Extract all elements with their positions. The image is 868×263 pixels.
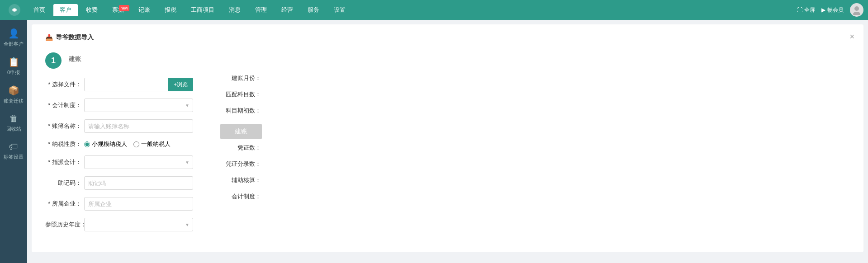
- nav-settings[interactable]: 设置: [327, 4, 352, 16]
- sidebar-label-trash: 回收站: [6, 126, 21, 132]
- nav-client[interactable]: 客户: [53, 4, 78, 16]
- form-left: 1 建账 * 选择文件： +浏览 * 会计制度：: [45, 51, 193, 239]
- history-year-row: 参照历史年度： ▼: [45, 218, 193, 231]
- nav-menu: 首页 客户 收费 票据 new 记账 报税 工商项目 消息 管理 经营 服务 设…: [27, 4, 797, 16]
- right-accounting-system-label: 会计制度：: [220, 193, 261, 201]
- radio-general[interactable]: 一般纳税人: [133, 140, 171, 148]
- vip-btn[interactable]: ▶ 畅会员: [821, 6, 844, 14]
- nav-manage[interactable]: 管理: [249, 4, 273, 16]
- import-icon: 📥: [45, 34, 53, 41]
- sidebar-label-migrate: 账套迁移: [4, 98, 24, 104]
- file-input[interactable]: [84, 78, 168, 91]
- right-accounting-system-row: 会计制度：: [220, 193, 365, 201]
- file-input-group: +浏览: [84, 78, 193, 91]
- radio-general-label: 一般纳税人: [141, 140, 171, 148]
- tax-type-radio-group: 小规模纳税人 一般纳税人: [84, 140, 171, 148]
- avatar[interactable]: [850, 3, 863, 17]
- sidebar: 👤 全部客户 📋 0申报 📦 账套迁移 🗑 回收站 🏷 标签设置: [0, 20, 27, 263]
- tax-type-label: * 纳税性质：: [45, 140, 81, 148]
- memo-input[interactable]: [84, 176, 193, 190]
- step-badge: 1: [45, 52, 62, 69]
- memo-row: 助记码：: [45, 176, 193, 190]
- history-year-select-wrapper: ▼: [84, 218, 193, 231]
- migrate-icon: 📦: [8, 85, 19, 96]
- svg-point-3: [853, 12, 860, 15]
- accounting-system-row: * 会计制度： ▼: [45, 99, 193, 112]
- ledger-name-input[interactable]: [84, 119, 193, 133]
- import-card: 📥 导爷数据导入 × 1 建账 * 选择文件： +浏览: [32, 24, 863, 252]
- close-button[interactable]: ×: [849, 33, 854, 41]
- nav-message[interactable]: 消息: [223, 4, 247, 16]
- ledger-name-row: * 账簿名称：: [45, 119, 193, 133]
- trash-icon: 🗑: [9, 113, 18, 124]
- month-label: 建账月份：: [220, 74, 261, 82]
- memo-label: 助记码：: [45, 179, 81, 187]
- accounting-system-select[interactable]: [84, 99, 193, 112]
- voucher-label: 凭证数：: [220, 144, 261, 152]
- sidebar-item-trash[interactable]: 🗑 回收站: [0, 110, 27, 136]
- voucher-entries-row: 凭证分录数：: [220, 160, 365, 168]
- sidebar-item-all-clients[interactable]: 👤 全部客户: [0, 24, 27, 51]
- nav-home[interactable]: 首页: [27, 4, 52, 16]
- nav-invoice[interactable]: 票据 new: [106, 4, 130, 16]
- month-row: 建账月份：: [220, 74, 365, 82]
- accounting-system-label: * 会计制度：: [45, 101, 81, 109]
- step-section: 1 建账: [45, 51, 193, 69]
- radio-small-scale-label: 小规模纳税人: [92, 140, 127, 148]
- top-right-actions: ⛶ 全屏 ▶ 畅会员: [797, 3, 863, 17]
- nav-bookkeeping[interactable]: 记账: [132, 4, 157, 16]
- accountant-label: * 指派会计：: [45, 158, 81, 166]
- history-year-select[interactable]: [84, 218, 193, 231]
- tax-type-row: * 纳税性质： 小规模纳税人 一般纳税人: [45, 140, 193, 148]
- history-year-label: 参照历史年度：: [45, 221, 81, 229]
- subject-initial-row: 科目期初数：: [220, 107, 365, 115]
- sidebar-label-all-clients: 全部客户: [4, 41, 24, 47]
- nav-operation[interactable]: 经营: [275, 4, 299, 16]
- accounting-system-select-wrapper: ▼: [84, 99, 193, 112]
- subject-initial-label: 科目期初数：: [220, 107, 261, 115]
- accountant-select[interactable]: [84, 155, 193, 169]
- content-area: 📥 导爷数据导入 × 1 建账 * 选择文件： +浏览: [27, 20, 868, 263]
- accountant-row: * 指派会计： ▼: [45, 155, 193, 169]
- svg-point-1: [13, 9, 16, 11]
- app-logo[interactable]: [5, 0, 24, 20]
- match-subjects-label: 匹配科目数：: [220, 90, 261, 99]
- form-wrapper: 1 建账 * 选择文件： +浏览 * 会计制度：: [45, 51, 850, 239]
- sidebar-label-tag: 标签设置: [4, 154, 24, 160]
- voucher-row: 凭证数：: [220, 144, 365, 152]
- svg-point-2: [854, 6, 859, 11]
- card-title: 📥 导爷数据导入: [45, 33, 850, 42]
- sidebar-label-declare: 0申报: [7, 69, 20, 76]
- nav-business[interactable]: 工商项目: [185, 4, 221, 16]
- company-label: * 所属企业：: [45, 200, 81, 208]
- form-right: 建账月份： 匹配科目数： 科目期初数： 建账 凭证数：: [220, 51, 365, 239]
- vip-label: 畅会员: [827, 6, 844, 14]
- top-navigation: 首页 客户 收费 票据 new 记账 报税 工商项目 消息 管理 经营 服务 设…: [0, 0, 868, 20]
- aux-accounting-label: 辅助核算：: [220, 176, 261, 184]
- nav-fee[interactable]: 收费: [80, 4, 104, 16]
- aux-accounting-row: 辅助核算：: [220, 176, 365, 184]
- fullscreen-label: 全屏: [804, 6, 815, 14]
- sidebar-item-declare[interactable]: 📋 0申报: [0, 53, 27, 80]
- tag-icon: 🏷: [9, 141, 18, 152]
- fullscreen-btn[interactable]: ⛶ 全屏: [797, 6, 815, 14]
- step-label: 建账: [69, 51, 81, 63]
- build-account-button[interactable]: 建账: [220, 124, 262, 139]
- radio-general-input[interactable]: [133, 141, 139, 147]
- sidebar-item-tag[interactable]: 🏷 标签设置: [0, 138, 27, 164]
- file-row: * 选择文件： +浏览: [45, 78, 193, 91]
- company-row: * 所属企业：: [45, 197, 193, 211]
- radio-small-scale[interactable]: 小规模纳税人: [84, 140, 127, 148]
- company-input[interactable]: [84, 197, 193, 211]
- accountant-select-wrapper: ▼: [84, 155, 193, 169]
- browse-button[interactable]: +浏览: [168, 78, 193, 91]
- match-subjects-row: 匹配科目数：: [220, 90, 365, 99]
- radio-small-scale-input[interactable]: [84, 141, 90, 147]
- nav-tax[interactable]: 报税: [158, 4, 183, 16]
- sidebar-item-migrate[interactable]: 📦 账套迁移: [0, 81, 27, 108]
- file-label: * 选择文件：: [45, 80, 81, 89]
- fullscreen-icon: ⛶: [797, 7, 802, 13]
- person-icon: 👤: [8, 28, 19, 39]
- ledger-name-label: * 账簿名称：: [45, 122, 81, 130]
- nav-service[interactable]: 服务: [301, 4, 326, 16]
